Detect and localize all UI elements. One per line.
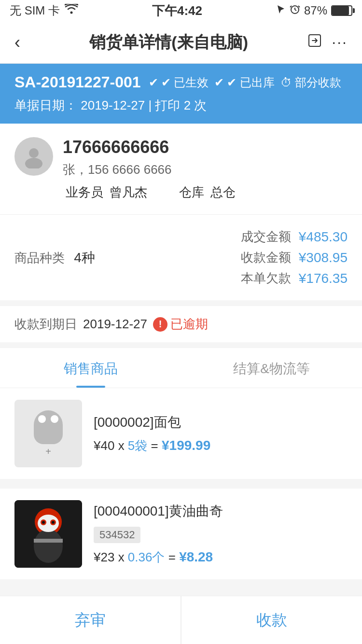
overdue-icon: ! (153, 317, 167, 332)
stats-section: 商品种类 4种 成交金额 ¥485.30 收款金额 ¥308.95 本单欠款 ¥… (0, 215, 362, 306)
date-label: 单据日期： (14, 98, 77, 112)
svg-point-8 (25, 158, 42, 168)
overdue-text: 已逾期 (170, 316, 208, 333)
warehouse-meta: 仓库 总仓 (176, 184, 236, 201)
category-label: 商品种类 (14, 251, 65, 265)
status-partial-payment: ⏱ 部分收款 (280, 75, 341, 90)
amount-label: 成交金额 (241, 228, 291, 245)
confirm-button[interactable]: 收款 (181, 596, 362, 644)
clock-icon: ⏱ (280, 76, 292, 89)
product-price-1: ¥40 x 5袋 = ¥199.99 (94, 437, 348, 454)
carrier-text: 无 SIM 卡 (10, 3, 60, 18)
owl-placeholder-icon: + (34, 410, 63, 457)
debt-row: 本单欠款 ¥176.35 (241, 270, 348, 287)
print-info: | 打印 2 次 (148, 98, 207, 112)
svg-line-3 (295, 10, 296, 11)
customer-name: 17666666666 (63, 137, 348, 157)
customer-avatar (14, 137, 53, 176)
status-badges: ✔ ✔ 已生效 ✔ ✔ 已出库 ⏱ 部分收款 (149, 75, 341, 90)
customer-section: 17666666666 张，156 6666 6666 业务员 曾凡杰 仓库 总… (0, 124, 362, 215)
product-name-1: [0000002]面包 (94, 413, 348, 432)
order-header: SA-20191227-001 ✔ ✔ 已生效 ✔ ✔ 已出库 ⏱ 部分收款 单… (0, 64, 362, 124)
check-icon-2: ✔ (214, 76, 224, 89)
product-batch-2: 534532 (94, 527, 140, 543)
sales-label: 业务员 (66, 185, 103, 199)
received-value: ¥308.95 (299, 250, 348, 266)
more-icon[interactable]: ··· (332, 33, 348, 51)
warehouse-value: 总仓 (210, 185, 236, 199)
svg-line-5 (298, 6, 300, 7)
sales-value: 曾凡杰 (110, 185, 147, 199)
amount-value: ¥485.30 (299, 229, 348, 245)
received-row: 收款金额 ¥308.95 (241, 249, 348, 266)
received-label: 收款金额 (241, 249, 291, 266)
status-bar: 无 SIM 卡 下午4:42 87% (0, 0, 362, 21)
nav-bar: ‹ 销货单详情(来自电脑) ··· (0, 21, 362, 64)
product-info-1: [0000002]面包 ¥40 x 5袋 = ¥199.99 (94, 413, 348, 454)
product-thumbnail-1: + (14, 400, 82, 467)
plus-icon: + (45, 446, 51, 457)
svg-line-4 (290, 6, 292, 7)
status-effected: ✔ ✔ 已生效 (149, 75, 209, 90)
list-item: [000400001]黄油曲奇 534532 ¥23 x 0.36个 = ¥8.… (0, 489, 362, 579)
svg-point-7 (29, 148, 39, 158)
page-title: 销货单详情(来自电脑) (30, 31, 307, 54)
svg-point-0 (70, 12, 73, 14)
product-thumbnail-2 (14, 500, 82, 568)
sales-meta: 业务员 曾凡杰 (63, 184, 147, 201)
cancel-button[interactable]: 弃审 (0, 596, 181, 644)
due-date: 2019-12-27 (83, 317, 147, 332)
status-right: 87% (276, 4, 352, 17)
svg-point-15 (42, 521, 45, 524)
product-price-2: ¥23 x 0.36个 = ¥8.28 (94, 549, 348, 566)
due-section: 收款到期日 2019-12-27 ! 已逾期 (0, 306, 362, 348)
alarm-icon (290, 4, 300, 17)
tab-sales-products[interactable]: 销售商品 (0, 348, 181, 388)
due-label: 收款到期日 (14, 316, 77, 333)
price-base-2: ¥23 (94, 550, 114, 564)
customer-meta: 业务员 曾凡杰 仓库 总仓 (63, 184, 348, 201)
order-date-line: 单据日期： 2019-12-27 | 打印 2 次 (14, 97, 348, 114)
wifi-icon (65, 4, 78, 17)
product-info-2: [000400001]黄油曲奇 534532 ¥23 x 0.36个 = ¥8.… (94, 502, 348, 566)
debt-label: 本单欠款 (241, 270, 291, 287)
bottom-bar: 弃审 收款 (0, 596, 362, 644)
price-qty-2: 0.36个 (128, 550, 165, 564)
svg-point-11 (34, 529, 63, 563)
warehouse-label: 仓库 (179, 185, 204, 199)
customer-phone: 张，156 6666 6666 (63, 161, 348, 178)
category-value: 4种 (74, 250, 95, 265)
check-icon-1: ✔ (149, 76, 158, 89)
status-shipped: ✔ ✔ 已出库 (214, 75, 275, 90)
debt-value: ¥176.35 (299, 271, 348, 286)
battery-percent: 87% (304, 4, 327, 17)
tabs-section: 销售商品 结算&物流等 (0, 348, 362, 388)
status-left: 无 SIM 卡 (10, 3, 78, 18)
price-total-2: ¥8.28 (179, 549, 213, 564)
stats-left: 商品种类 4种 (14, 249, 241, 267)
amount-row: 成交金额 ¥485.30 (241, 228, 348, 245)
svg-rect-17 (34, 539, 63, 543)
status-time: 下午4:42 (152, 2, 202, 19)
customer-info: 17666666666 张，156 6666 6666 业务员 曾凡杰 仓库 总… (63, 137, 348, 201)
price-total-1: ¥199.99 (162, 438, 210, 453)
order-date: 2019-12-27 (81, 98, 145, 112)
overdue-badge: ! 已逾期 (153, 316, 208, 333)
stats-right: 成交金额 ¥485.30 收款金额 ¥308.95 本单欠款 ¥176.35 (241, 228, 348, 287)
tab-settlement-logistics[interactable]: 结算&物流等 (181, 348, 362, 388)
share-icon[interactable] (307, 33, 322, 51)
nav-actions: ··· (307, 33, 348, 51)
price-qty-1: 5袋 (128, 438, 147, 453)
back-button[interactable]: ‹ (14, 28, 30, 57)
location-icon (276, 4, 286, 17)
product-name-2: [000400001]黄油曲奇 (94, 502, 348, 520)
order-id: SA-20191227-001 (14, 73, 141, 91)
svg-point-16 (52, 521, 55, 524)
list-item: + [0000002]面包 ¥40 x 5袋 = ¥199.99 (0, 388, 362, 479)
battery-icon (331, 5, 352, 16)
price-base-1: ¥40 (94, 438, 114, 453)
